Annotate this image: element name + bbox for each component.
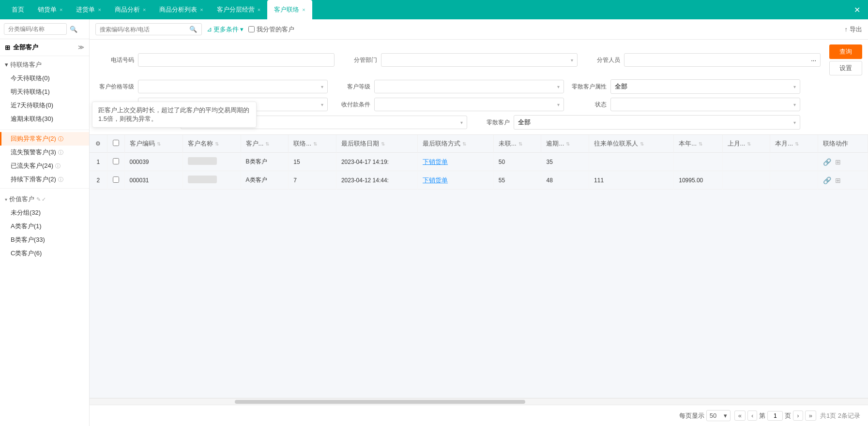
sidebar-item-unclassified[interactable]: 未分组(32) bbox=[0, 206, 89, 220]
sidebar-item-overdue[interactable]: 逾期未联络(30) bbox=[0, 112, 89, 126]
value-checkmark: ✓ bbox=[42, 196, 46, 203]
row2-uncontacted: 55 bbox=[493, 171, 541, 190]
col-header-uncontacted[interactable]: 未联... ⇅ bbox=[493, 135, 541, 153]
query-button[interactable]: 查询 bbox=[829, 44, 862, 59]
sidebar-divider-1 bbox=[0, 130, 89, 130]
col-header-this-year[interactable]: 本年... ⇅ bbox=[674, 135, 722, 153]
sidebar-item-repurchase-anomaly[interactable]: 回购异常客户(2) ⓘ bbox=[0, 132, 89, 146]
status-select[interactable]: ▾ bbox=[610, 98, 800, 111]
col-header-checkbox[interactable] bbox=[107, 135, 124, 153]
phone-input[interactable] bbox=[138, 53, 335, 67]
last-page-button[interactable]: » bbox=[805, 411, 816, 421]
price-grade-select[interactable]: ▾ bbox=[138, 80, 328, 93]
nav-sales[interactable]: 销货单 × bbox=[31, 0, 69, 19]
nav-analysis-list-close[interactable]: × bbox=[200, 7, 203, 13]
sidebar-search-wrap: 🔍 bbox=[0, 19, 89, 39]
sidebar-all-customers[interactable]: ⊞ 全部客户 ≫ bbox=[0, 39, 89, 56]
select-all-checkbox[interactable] bbox=[113, 140, 119, 146]
retail-customer-select[interactable]: 全部 ▾ bbox=[514, 115, 800, 130]
export-icon: ↑ bbox=[845, 26, 848, 33]
nav-home[interactable]: 首页 bbox=[5, 0, 31, 19]
per-page-dropdown[interactable]: 50 ▾ bbox=[706, 410, 731, 421]
chevron-down-icon: ▾ bbox=[240, 26, 244, 33]
col-header-last-date[interactable]: 最后联络日期 ⇅ bbox=[336, 135, 417, 153]
search-input[interactable] bbox=[100, 26, 189, 33]
next-page-button[interactable]: › bbox=[793, 411, 803, 421]
search-filter-icon[interactable]: 🔍 bbox=[189, 26, 197, 33]
col-header-this-month[interactable]: 本月... ⇅ bbox=[770, 135, 818, 153]
nav-sales-close[interactable]: × bbox=[60, 7, 62, 13]
sidebar-item-class-b[interactable]: B类客户(33) bbox=[0, 233, 89, 247]
row2-link-icon[interactable]: 🔗 bbox=[823, 176, 831, 184]
nav-analysis-list[interactable]: 商品分析列表 × bbox=[152, 0, 210, 19]
row2-grid-icon[interactable]: ⊞ bbox=[835, 176, 841, 184]
close-all-button[interactable]: ✕ bbox=[854, 5, 860, 15]
col-header-unit-contacts[interactable]: 往来单位联系人 ⇅ bbox=[589, 135, 674, 153]
first-page-button[interactable]: « bbox=[734, 411, 746, 421]
nav-purchase-close[interactable]: × bbox=[98, 7, 101, 13]
sidebar-collapse-icon[interactable]: ≫ bbox=[78, 44, 84, 51]
prev-page-button[interactable]: ‹ bbox=[747, 411, 757, 421]
dept-select[interactable]: ▾ bbox=[381, 53, 578, 67]
col-header-action: 联络动作 bbox=[818, 135, 868, 153]
nav-customer-tier[interactable]: 客户分层经营 × bbox=[210, 0, 267, 19]
col-header-contacts[interactable]: 联络... ⇅ bbox=[289, 135, 336, 153]
more-conditions-button[interactable]: ⊿ 更多条件 ▾ bbox=[207, 25, 244, 34]
sidebar-value-header[interactable]: ▾ 价值客户 ✎ ✓ bbox=[0, 192, 89, 206]
retail-attr-select[interactable]: 全部 ▾ bbox=[610, 79, 800, 94]
col-header-last-method[interactable]: 最后联络方式 ⇅ bbox=[418, 135, 494, 153]
row2-checkbox[interactable] bbox=[107, 171, 124, 190]
col-header-overdue[interactable]: 逾期... ⇅ bbox=[541, 135, 589, 153]
scrollbar-thumb[interactable] bbox=[235, 400, 525, 404]
sidebar-search-icon[interactable]: 🔍 bbox=[70, 26, 77, 33]
nav-customer-contact[interactable]: 客户联络 × bbox=[267, 0, 312, 19]
filter-icon: ⊿ bbox=[207, 26, 212, 33]
page-number-input[interactable] bbox=[767, 411, 783, 421]
nav-analysis[interactable]: 商品分析 × bbox=[108, 0, 152, 19]
sidebar-pending-header[interactable]: ▾ 待联络客户 bbox=[0, 58, 89, 72]
row1-last-month bbox=[722, 153, 770, 171]
filter-row-2: 客户价格等级 ▾ 客户等级 ▾ 零散客户属性 全部 ▾ bbox=[95, 79, 862, 94]
row1-code: 000039 bbox=[124, 153, 183, 171]
sidebar-item-class-c[interactable]: C类客户(6) bbox=[0, 247, 89, 260]
filter-status: 状态 ▾ bbox=[568, 98, 800, 111]
sidebar-item-today[interactable]: 今天待联络(0) bbox=[0, 72, 89, 85]
bottom-scrollbar[interactable] bbox=[90, 398, 868, 405]
row1-last-method[interactable]: 下销货单 bbox=[418, 153, 494, 171]
col-header-last-month[interactable]: 上月... ⇅ bbox=[722, 135, 770, 153]
payment-select[interactable]: ▾ bbox=[374, 98, 564, 111]
value-edit-icon[interactable]: ✎ bbox=[36, 196, 41, 203]
sidebar-item-class-a[interactable]: A类客户(1) bbox=[0, 220, 89, 233]
filter-retail-customer: 零散客户 全部 ▾ bbox=[471, 115, 800, 130]
sidebar-item-declining[interactable]: 持续下滑客户(2) ⓘ bbox=[0, 173, 89, 186]
sidebar-item-churned[interactable]: 已流失客户(24) ⓘ bbox=[0, 159, 89, 173]
my-customers-checkbox[interactable]: 我分管的客户 bbox=[248, 25, 294, 34]
sidebar-search-input[interactable] bbox=[4, 23, 67, 35]
per-page-select: 每页显示 50 ▾ bbox=[679, 410, 731, 421]
my-customers-check[interactable] bbox=[248, 26, 255, 32]
export-button[interactable]: ↑ 导出 bbox=[845, 25, 863, 34]
col-header-type[interactable]: 客户... ⇅ bbox=[241, 135, 289, 153]
nav-purchase[interactable]: 进货单 × bbox=[69, 0, 107, 19]
nav-analysis-close[interactable]: × bbox=[143, 7, 146, 13]
sidebar-item-tomorrow[interactable]: 明天待联络(1) bbox=[0, 85, 89, 99]
row1-link-icon[interactable]: 🔗 bbox=[823, 158, 831, 166]
row2-last-method[interactable]: 下销货单 bbox=[418, 171, 494, 190]
settings-button[interactable]: 设置 bbox=[829, 61, 862, 75]
sidebar-value-section: ▾ 价值客户 ✎ ✓ 未分组(32) A类客户(1) B类客户(33) C类客户… bbox=[0, 191, 89, 262]
nav-customer-contact-close[interactable]: × bbox=[302, 7, 305, 13]
col-header-code[interactable]: 客户编码 ⇅ bbox=[124, 135, 183, 153]
col-header-name[interactable]: 客户名称 ⇅ bbox=[183, 135, 241, 153]
table-row: 2 000031 A类客户 7 2023-04-12 14:44: 下销货单 5… bbox=[90, 171, 868, 190]
dept-arrow: ▾ bbox=[571, 58, 573, 63]
sidebar-item-churn-warning[interactable]: 流失预警客户(3) ⓘ bbox=[0, 146, 89, 159]
nav-customer-tier-close[interactable]: × bbox=[258, 7, 260, 13]
row1-checkbox[interactable] bbox=[107, 153, 124, 171]
row1-this-month bbox=[770, 153, 818, 171]
sidebar-item-7days[interactable]: 近7天待联络(0) bbox=[0, 99, 89, 112]
person-input[interactable]: ··· bbox=[624, 53, 821, 67]
grade-select[interactable]: ▾ bbox=[374, 80, 564, 93]
row2-overdue: 48 bbox=[541, 171, 589, 190]
col-header-settings[interactable]: ⚙ bbox=[90, 135, 107, 153]
row1-grid-icon[interactable]: ⊞ bbox=[835, 158, 841, 166]
